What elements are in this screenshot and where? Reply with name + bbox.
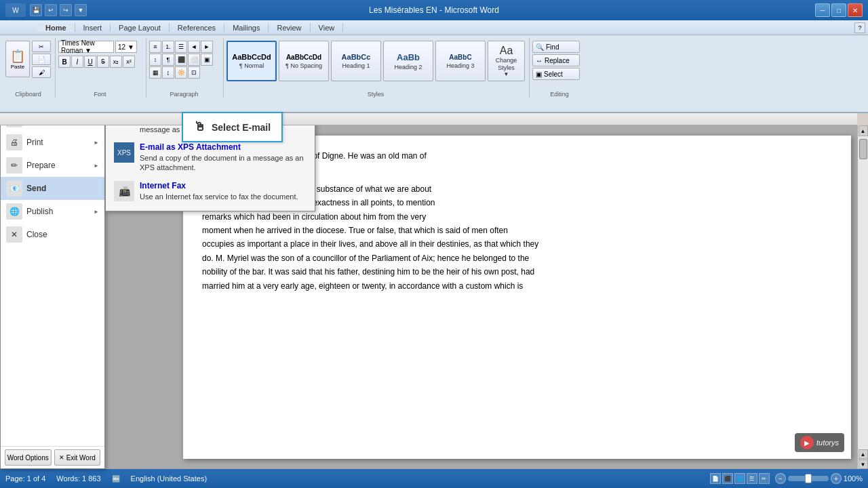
align-left-btn[interactable]: ⬛ xyxy=(175,54,187,66)
tab-references[interactable]: References xyxy=(170,24,224,32)
customize-btn[interactable]: ▼ xyxy=(75,4,87,16)
font-size-select[interactable]: 12 ▼ xyxy=(115,41,137,53)
clipboard-label: Clipboard xyxy=(5,91,51,98)
change-styles-btn[interactable]: Aa Change Styles ▼ xyxy=(488,41,525,81)
numbering-btn[interactable]: 1. xyxy=(162,41,174,53)
editing-group: 🔍 Find ↔ Replace ▣ Select Editing xyxy=(532,38,587,98)
maximize-btn[interactable]: □ xyxy=(831,3,846,17)
ribbon-content: 📋Paste ✂ 📄 🖌 Clipboard Times New Roman ▼… xyxy=(0,35,868,113)
tab-insert[interactable]: Insert xyxy=(75,24,111,32)
doc-para5: remarks which had been in circulation ab… xyxy=(202,212,426,222)
copy-btn[interactable]: 📄 xyxy=(32,54,51,65)
line-spacing-btn[interactable]: ↨ xyxy=(162,66,174,79)
tutorys-icon: ▶ xyxy=(800,436,814,449)
align-center-btn[interactable]: ⬜ xyxy=(188,54,200,66)
shading-btn[interactable]: 🔆 xyxy=(175,66,187,79)
format-painter-btn[interactable]: 🖌 xyxy=(32,66,51,78)
style-heading1-btn[interactable]: AaBbCc Heading 1 xyxy=(331,41,381,81)
menu-publish[interactable]: 🌐 Publish ► xyxy=(1,200,104,223)
decrease-indent-btn[interactable]: ◄ xyxy=(188,41,200,53)
view-full-btn[interactable]: ⬛ xyxy=(722,473,733,484)
tab-mailings[interactable]: Mailings xyxy=(224,24,269,32)
scroll-up-btn[interactable]: ▲ xyxy=(859,125,868,136)
italic-btn[interactable]: I xyxy=(71,56,83,68)
prev-page-btn[interactable]: ▲ xyxy=(859,449,868,459)
prepare-icon: ✏ xyxy=(6,157,22,174)
spell-check-icon: 🔤 xyxy=(112,475,120,483)
show-formatting-btn[interactable]: ¶ xyxy=(162,54,174,66)
tab-home[interactable]: Home xyxy=(37,24,75,32)
paste-btn[interactable]: 📋Paste xyxy=(5,41,30,77)
email-xps-desc: Send a copy of the document in a message… xyxy=(140,153,307,173)
menu-bottom: Word Options ✕Exit Word xyxy=(1,446,104,468)
tab-view[interactable]: View xyxy=(311,24,344,32)
underline-btn[interactable]: U xyxy=(84,56,96,68)
undo-btn[interactable]: ↩ xyxy=(45,4,57,16)
style-no-spacing-btn[interactable]: AaBbCcDd ¶ No Spacing xyxy=(279,41,329,81)
submenu-internet-fax[interactable]: 📠 Internet Fax Use an Internet fax servi… xyxy=(106,177,315,205)
subscript-btn[interactable]: x₂ xyxy=(110,56,122,68)
bold-btn[interactable]: B xyxy=(58,56,71,68)
style-normal-btn[interactable]: AaBbCcDd ¶ Normal xyxy=(226,41,277,81)
exit-word-btn[interactable]: ✕Exit Word xyxy=(54,449,101,466)
next-page-btn[interactable]: ▼ xyxy=(859,460,868,469)
find-btn[interactable]: 🔍 Find xyxy=(532,41,580,53)
status-bar: Page: 1 of 4 Words: 1 863 🔤 English (Uni… xyxy=(0,469,868,488)
replace-btn[interactable]: ↔ Replace xyxy=(532,54,580,66)
redo-btn[interactable]: ↪ xyxy=(60,4,72,16)
fax-desc: Use an Internet fax service to fax the d… xyxy=(140,192,307,201)
align-right-btn[interactable]: ▣ xyxy=(201,54,213,66)
tab-review[interactable]: Review xyxy=(269,24,310,32)
prepare-arrow: ► xyxy=(94,163,99,169)
tab-page-layout[interactable]: Page Layout xyxy=(111,24,170,32)
word-options-btn[interactable]: Word Options xyxy=(5,449,52,466)
doc-para9: nobility of the bar. It was said that hi… xyxy=(202,267,534,277)
borders-btn[interactable]: ⊡ xyxy=(188,66,200,79)
bullets-btn[interactable]: ≡ xyxy=(149,41,161,53)
paragraph-label: Paragraph xyxy=(149,91,219,98)
view-web-btn[interactable]: 🌐 xyxy=(734,473,745,484)
styles-group: AaBbCcDd ¶ Normal AaBbCcDd ¶ No Spacing … xyxy=(226,38,530,98)
style-heading3-btn[interactable]: AaBbC Heading 3 xyxy=(435,41,486,81)
scrollbar-vertical[interactable]: ▲ ▼ ▲ ▼ xyxy=(857,125,868,469)
menu-close[interactable]: ✕ Close xyxy=(1,223,104,246)
style-heading2-btn[interactable]: AaBb Heading 2 xyxy=(383,41,433,81)
close-menu-icon: ✕ xyxy=(6,226,22,243)
save-quick-btn[interactable]: 💾 xyxy=(30,4,42,16)
status-language: English (United States) xyxy=(131,474,208,483)
submenu-email-xps[interactable]: XPS E-mail as XPS Attachment Send a copy… xyxy=(106,138,315,177)
select-btn[interactable]: ▣ Select xyxy=(532,68,580,80)
close-btn[interactable]: ✕ xyxy=(848,3,863,17)
multilevel-btn[interactable]: ☰ xyxy=(175,41,187,53)
zoom-in-btn[interactable]: + xyxy=(831,473,842,484)
strikethrough-btn[interactable]: S̶ xyxy=(97,56,109,68)
minimize-btn[interactable]: ─ xyxy=(815,3,830,17)
menu-prepare[interactable]: ✏ Prepare ► xyxy=(1,154,104,177)
view-draft-btn[interactable]: ✏ xyxy=(759,473,770,484)
view-print-btn[interactable]: 📄 xyxy=(710,473,721,484)
menu-send[interactable]: 📧 Send xyxy=(1,177,104,200)
doc-para10: married him at a very early age, eightee… xyxy=(202,281,523,291)
scroll-thumb[interactable] xyxy=(859,139,867,159)
email-xps-icon: XPS xyxy=(114,142,134,163)
ribbon-help-btn[interactable]: ? xyxy=(854,22,865,33)
app-icon: W xyxy=(5,3,26,17)
ribbon-tabs: Home Insert Page Layout References Maili… xyxy=(0,20,868,35)
status-page: Page: 1 of 4 xyxy=(5,474,45,483)
justify-btn[interactable]: ▦ xyxy=(149,66,161,79)
increase-indent-btn[interactable]: ► xyxy=(201,41,213,53)
font-name-select[interactable]: Times New Roman ▼ xyxy=(58,41,114,53)
zoom-out-btn[interactable]: − xyxy=(775,473,786,484)
zoom-slider[interactable] xyxy=(788,476,829,481)
view-btns: 📄 ⬛ 🌐 ☰ ✏ xyxy=(710,473,770,484)
tutorys-text: tutorys xyxy=(816,439,839,447)
window-title: Les Misérables EN - Microsoft Word xyxy=(0,5,868,15)
menu-print[interactable]: 🖨 Print ► xyxy=(1,131,104,154)
cut-btn[interactable]: ✂ xyxy=(32,41,51,52)
sort-btn[interactable]: ↕ xyxy=(149,54,161,66)
paragraph-group: ≡ 1. ☰ ◄ ► ↕ ¶ ⬛ ⬜ ▣ ▦ ↨ 🔆 ⊡ Paragraph xyxy=(149,38,224,98)
superscript-btn[interactable]: x² xyxy=(123,56,135,68)
view-outline-btn[interactable]: ☰ xyxy=(747,473,757,484)
zoom-thumb[interactable] xyxy=(805,474,812,483)
cursor-icon: 🖱 xyxy=(194,120,206,134)
